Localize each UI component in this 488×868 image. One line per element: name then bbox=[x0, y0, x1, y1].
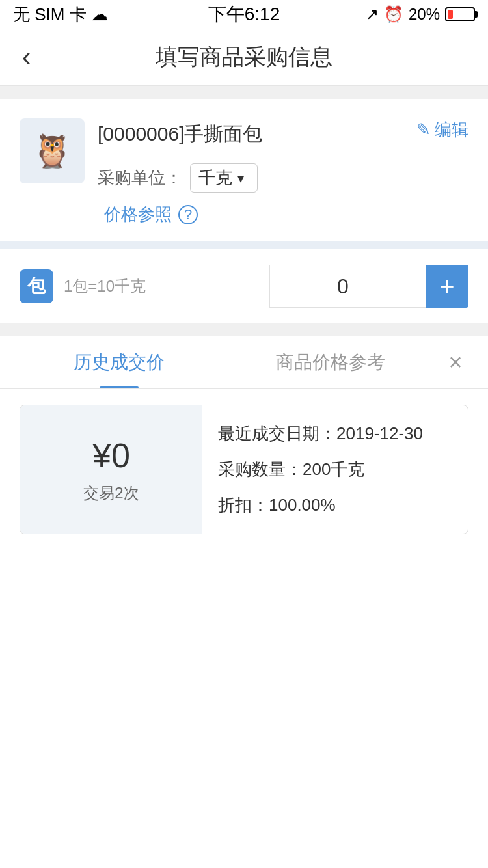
price-discount-value: 100.00% bbox=[269, 495, 336, 515]
tab-bar: 历史成交价 商品价格参考 × bbox=[0, 336, 488, 389]
tab-close-button[interactable]: × bbox=[436, 336, 475, 388]
battery-pct: 20% bbox=[409, 5, 440, 23]
unit-badge: 包 bbox=[20, 269, 53, 303]
unit-row: 采购单位： 千克 ▾ bbox=[98, 163, 262, 193]
tab-price-reference[interactable]: 商品价格参考 bbox=[224, 336, 436, 388]
alarm-icon: ⏰ bbox=[384, 5, 403, 23]
quantity-plus-button[interactable]: + bbox=[426, 265, 468, 308]
product-thumb-icon: 🦉 bbox=[32, 132, 72, 170]
price-card-container: ¥0 交易2次 最近成交日期：2019-12-30 采购数量：200千克 折扣：… bbox=[0, 389, 488, 550]
price-discount-label: 折扣： bbox=[218, 495, 269, 515]
unit-dropdown-arrow: ▾ bbox=[237, 170, 244, 186]
status-right: ↗ ⏰ 20% bbox=[366, 5, 475, 23]
price-trade-count: 交易2次 bbox=[83, 483, 139, 504]
price-card: ¥0 交易2次 最近成交日期：2019-12-30 采购数量：200千克 折扣：… bbox=[20, 405, 468, 534]
sim-wifi-label: 无 SIM 卡 ☁ bbox=[13, 3, 108, 26]
price-ref-row: 价格参照 ? bbox=[20, 203, 468, 226]
price-date-value: 2019-12-30 bbox=[336, 424, 423, 443]
product-info: [0000006]手撕面包 采购单位： 千克 ▾ bbox=[98, 118, 262, 193]
unit-note: 1包=10千克 bbox=[64, 276, 146, 297]
price-left-panel: ¥0 交易2次 bbox=[20, 405, 202, 534]
status-bar: 无 SIM 卡 ☁ 下午6:12 ↗ ⏰ 20% bbox=[0, 0, 488, 29]
product-name: [0000006]手撕面包 bbox=[98, 121, 262, 148]
status-left: 无 SIM 卡 ☁ bbox=[13, 3, 108, 26]
price-date-label: 最近成交日期： bbox=[218, 424, 336, 443]
battery-icon bbox=[445, 7, 475, 21]
price-right-panel: 最近成交日期：2019-12-30 采购数量：200千克 折扣：100.00% bbox=[202, 405, 468, 534]
price-amount: ¥0 bbox=[92, 436, 130, 475]
product-card: 🦉 [0000006]手撕面包 采购单位： 千克 ▾ ✎ 编辑 价格参照 ? bbox=[0, 99, 488, 241]
edit-label: 编辑 bbox=[435, 118, 468, 141]
edit-icon: ✎ bbox=[416, 120, 431, 140]
quantity-left: 包 1包=10千克 bbox=[20, 269, 146, 303]
battery-fill bbox=[448, 10, 453, 19]
tab-history-price[interactable]: 历史成交价 bbox=[13, 336, 224, 388]
nav-bar: ‹ 填写商品采购信息 bbox=[0, 29, 488, 86]
tab-section: 历史成交价 商品价格参考 × ¥0 交易2次 最近成交日期：2019-12-30… bbox=[0, 336, 488, 550]
help-icon[interactable]: ? bbox=[178, 205, 198, 224]
product-thumbnail: 🦉 bbox=[20, 118, 85, 183]
price-qty-value: 200千克 bbox=[303, 459, 364, 479]
unit-select-text: 千克 bbox=[198, 167, 232, 189]
status-time: 下午6:12 bbox=[208, 2, 280, 27]
unit-select[interactable]: 千克 ▾ bbox=[190, 163, 258, 193]
back-button[interactable]: ‹ bbox=[16, 36, 37, 78]
quantity-input[interactable] bbox=[269, 265, 426, 308]
edit-button[interactable]: ✎ 编辑 bbox=[416, 118, 468, 141]
product-top: 🦉 [0000006]手撕面包 采购单位： 千克 ▾ ✎ 编辑 bbox=[20, 118, 468, 193]
quantity-row: 包 1包=10千克 + bbox=[0, 249, 488, 323]
bottom-area bbox=[0, 550, 488, 868]
price-qty-row: 采购数量：200千克 bbox=[218, 457, 452, 482]
price-qty-label: 采购数量： bbox=[218, 459, 303, 479]
price-ref-button[interactable]: 价格参照 bbox=[104, 203, 172, 226]
quantity-input-group: + bbox=[269, 265, 468, 308]
product-left: 🦉 [0000006]手撕面包 采购单位： 千克 ▾ bbox=[20, 118, 262, 193]
unit-label: 采购单位： bbox=[98, 167, 182, 189]
location-icon: ↗ bbox=[366, 5, 379, 23]
price-discount-row: 折扣：100.00% bbox=[218, 493, 452, 518]
price-date-row: 最近成交日期：2019-12-30 bbox=[218, 421, 452, 446]
page-title: 填写商品采购信息 bbox=[156, 42, 332, 72]
section-divider bbox=[0, 241, 488, 249]
